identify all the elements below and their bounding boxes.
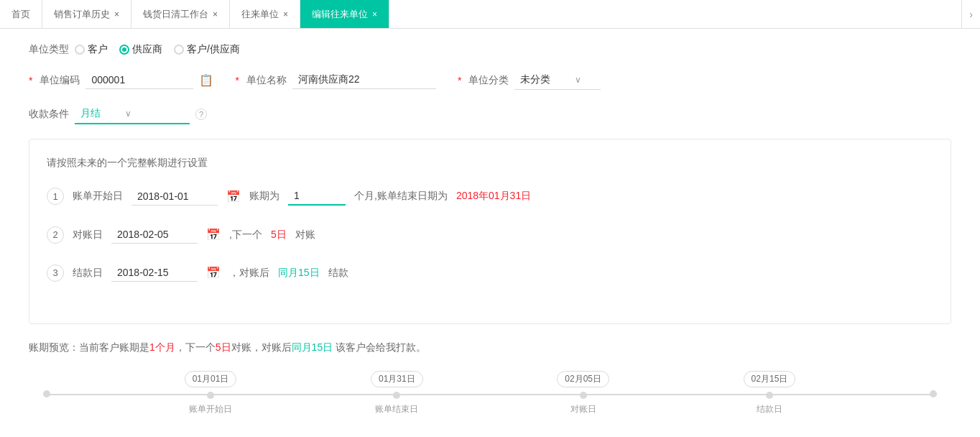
close-icon[interactable]: × (283, 10, 288, 19)
step-period-label: 账期为 (249, 190, 279, 203)
close-icon[interactable]: × (372, 10, 377, 19)
step-row-3: 3 结款日 📅 ，对账后同月15日结款 (47, 264, 933, 282)
timeline-points: 01月01日 账单开始日 01月31日 账单结束日 02月05日 对账日 02月… (43, 371, 937, 415)
timeline-dot-1 (207, 392, 214, 399)
help-icon[interactable]: ? (195, 109, 207, 120)
tab-partner-units[interactable]: 往来单位 × (230, 0, 300, 28)
step-period-input[interactable] (288, 187, 346, 206)
unit-category-select[interactable]: 未分类 ∨ (514, 70, 601, 90)
timeline-dot-2 (393, 392, 400, 399)
tab-home[interactable]: 首页 (0, 0, 42, 28)
step-date-input-1[interactable] (131, 188, 218, 206)
timeline-point-3: 02月05日 对账日 (557, 371, 609, 415)
step-label-3: 结款日 (73, 267, 103, 280)
step-row-2: 2 对账日 📅 ,下一个5日对账 (47, 226, 933, 244)
unit-category-field: * 单位分类 未分类 ∨ (458, 70, 601, 90)
settings-section: 请按照未来的一个完整帐期进行设置 1 账单开始日 📅 账期为 个月,账单结束日期… (29, 139, 951, 324)
timeline-section: 01月01日 账单开始日 01月31日 账单结束日 02月05日 对账日 02月… (29, 371, 951, 415)
timeline-dot-end (930, 390, 937, 397)
step-number-2: 2 (47, 226, 64, 244)
chevron-down-icon-term: ∨ (125, 109, 131, 119)
step-desc-2-suffix: 对账 (295, 229, 315, 242)
timeline-label-3: 对账日 (570, 403, 596, 415)
calendar-icon-2[interactable]: 📅 (206, 228, 221, 242)
step-desc-2-prefix: ,下一个 (229, 229, 262, 242)
tab-partner-units-label: 往来单位 (241, 8, 279, 21)
step-date-input-3[interactable] (111, 264, 198, 282)
timeline-label-4: 结款日 (757, 403, 782, 415)
tab-edit-partner[interactable]: 编辑往来单位 × (300, 0, 389, 28)
preview-prefix: 账期预览：当前客户账期是 (29, 341, 149, 353)
preview-sep2: 对账，对账后 (231, 341, 292, 353)
unit-type-radio-group: 客户 供应商 客户/供应商 (75, 43, 240, 56)
section-title: 请按照未来的一个完整帐期进行设置 (47, 157, 933, 170)
step-number-1: 1 (47, 188, 64, 205)
close-icon[interactable]: × (213, 10, 218, 19)
unit-code-icon[interactable]: 📋 (199, 73, 213, 87)
radio-circle-customer (75, 45, 85, 55)
timeline-label-2: 账单结束日 (375, 403, 418, 415)
main-content: 单位类型 客户 供应商 客户/供应商 * 单位编码 (0, 29, 980, 437)
preview-sep1: ，下一个 (175, 341, 216, 353)
step-number-3: 3 (47, 264, 64, 282)
unit-type-field: 单位类型 客户 供应商 客户/供应商 (29, 43, 240, 56)
unit-code-label: 单位编码 (40, 74, 80, 87)
tab-sales-order-history[interactable]: 销售订单历史 × (42, 0, 131, 28)
chevron-down-icon: ∨ (575, 75, 581, 85)
tab-sales-order-history-label: 销售订单历史 (54, 8, 110, 21)
timeline-point-4: 02月15日 结款日 (744, 371, 796, 415)
step-desc-3-prefix: ，对账后 (229, 267, 269, 280)
preview-part1: 1个月 (149, 341, 175, 353)
payment-term-select[interactable]: 月结 ∨ (75, 104, 190, 124)
timeline-dot-4 (766, 392, 773, 399)
timeline-badge-2: 01月31日 (371, 371, 423, 387)
calendar-icon-3[interactable]: 📅 (206, 266, 221, 280)
payment-term-value: 月结 (80, 107, 101, 120)
timeline-badge-3: 02月05日 (557, 371, 609, 387)
unit-name-field: * 单位名称 (235, 71, 435, 89)
preview-suffix: 该客户会给我打款。 (336, 341, 426, 353)
radio-customer-supplier-label: 客户/供应商 (187, 43, 240, 56)
unit-category-value: 未分类 (520, 73, 550, 86)
step-date-input-2[interactable] (111, 226, 198, 244)
radio-supplier[interactable]: 供应商 (119, 43, 162, 56)
tab-cash-ledger[interactable]: 钱货日清工作台 × (131, 0, 230, 28)
tab-edit-partner-label: 编辑往来单位 (312, 8, 368, 21)
timeline-dot-start (43, 390, 50, 397)
tab-more-arrow[interactable]: › (961, 0, 980, 28)
radio-customer-label: 客户 (88, 43, 108, 56)
radio-customer[interactable]: 客户 (75, 43, 108, 56)
unit-type-row: 单位类型 客户 供应商 客户/供应商 (29, 43, 951, 56)
required-mark-name: * (235, 75, 239, 86)
unit-details-row: * 单位编码 📋 * 单位名称 * 单位分类 未分类 ∨ (29, 70, 951, 90)
close-icon[interactable]: × (114, 10, 119, 19)
timeline-label-1: 账单开始日 (189, 403, 232, 415)
timeline-point-2: 01月31日 账单结束日 (371, 371, 423, 415)
unit-name-label: 单位名称 (246, 74, 287, 87)
preview-section: 账期预览：当前客户账期是1个月，下一个5日对账，对账后同月15日 该客户会给我打… (29, 339, 951, 356)
unit-code-input[interactable] (85, 71, 193, 89)
unit-code-field: * 单位编码 📋 (29, 71, 213, 89)
preview-part3: 同月15日 (292, 341, 333, 353)
unit-name-input[interactable] (292, 71, 436, 89)
calendar-icon-1[interactable]: 📅 (226, 190, 241, 203)
timeline-badge-1: 01月01日 (185, 371, 237, 387)
preview-part2: 5日 (216, 341, 231, 353)
timeline-start-dot (43, 371, 50, 397)
radio-customer-supplier[interactable]: 客户/供应商 (174, 43, 240, 56)
tab-home-label: 首页 (11, 8, 30, 21)
tab-bar: 首页 销售订单历史 × 钱货日清工作台 × 往来单位 × 编辑往来单位 × › (0, 0, 980, 29)
tab-cash-ledger-label: 钱货日清工作台 (143, 8, 208, 21)
step-period-unit: 个月,账单结束日期为 (354, 190, 448, 203)
unit-category-label: 单位分类 (468, 74, 509, 87)
step-desc-2-highlight: 5日 (271, 229, 287, 242)
payment-term-row: 收款条件 月结 ∨ ? (29, 104, 951, 124)
timeline-dot-3 (580, 392, 587, 399)
chevron-right-icon: › (969, 9, 973, 20)
step-desc-3-highlight: 同月15日 (278, 267, 320, 280)
step-label-1: 账单开始日 (73, 190, 123, 203)
radio-circle-supplier (119, 45, 129, 55)
step-row-1: 1 账单开始日 📅 账期为 个月,账单结束日期为 2018年01月31日 (47, 187, 933, 206)
radio-circle-customer-supplier (174, 45, 184, 55)
step-label-2: 对账日 (73, 229, 103, 242)
